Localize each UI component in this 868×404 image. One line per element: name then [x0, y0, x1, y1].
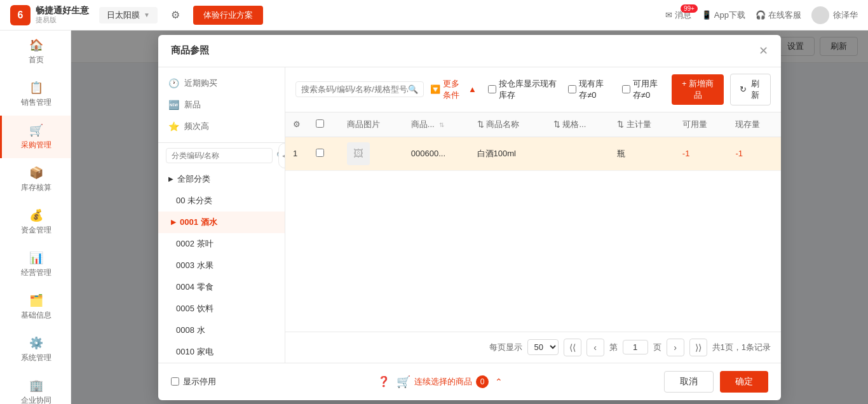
checkbox-current-label: 现有库存≠0 [579, 78, 612, 101]
per-page-label: 每页显示 [489, 342, 522, 353]
modal-footer: 显示停用 ❓ 🛒 连续选择的商品 0 ⌃ 取消 确定 [158, 363, 781, 400]
sidebar-label-inventory: 库存核算 [21, 182, 51, 193]
col-stock-header: 现存量 [728, 112, 781, 137]
checkbox-warehouse-stock[interactable]: 按仓库显示现有库存 [488, 78, 558, 101]
next-page-button[interactable]: › [667, 339, 684, 356]
sidebar-label-basic: 基础信息 [21, 310, 51, 321]
category-search-row: 🔍 [158, 143, 285, 168]
product-thumbnail: 🖼 [347, 142, 370, 165]
select-all-checkbox[interactable] [316, 119, 324, 128]
table-row[interactable]: 1 🖼 000600... 白酒100ml [285, 137, 781, 170]
page-number-input[interactable] [623, 340, 648, 354]
category-0008[interactable]: 0008 水 [158, 320, 285, 341]
sidebar-item-inventory[interactable]: 📦 库存核算 [0, 158, 71, 201]
checkbox-current-stock[interactable]: 现有库存≠0 [568, 78, 612, 101]
sales-icon: 📋 [29, 81, 43, 95]
new-products-item[interactable]: 🆕 新品 [158, 94, 285, 116]
per-page-select[interactable]: 50 [527, 339, 559, 355]
sidebar-item-home[interactable]: 🏠 首页 [0, 30, 71, 73]
add-product-button[interactable]: + 新增商品 [672, 74, 723, 105]
col-checkbox-header[interactable] [308, 112, 339, 137]
category-0005[interactable]: 0005 饮料 [158, 298, 285, 320]
modal-header: 商品参照 ✕ [158, 35, 781, 67]
main-layout: 🏠 首页 📋 销售管理 🛒 采购管理 📦 库存核算 💰 资金管理 📊 经营管理 … [0, 30, 868, 404]
category-search-input[interactable] [166, 148, 273, 163]
category-all[interactable]: ▶ 全部分类 [158, 168, 285, 190]
cart-button[interactable]: 🛒 连续选择的商品 0 [397, 375, 489, 389]
col-image-header: 商品图片 [339, 112, 403, 137]
col-code-header[interactable]: 商品... ⇅ [403, 112, 470, 137]
category-0002[interactable]: 0002 茶叶 [158, 233, 285, 255]
app-download-btn[interactable]: 📱 App下载 [702, 10, 745, 21]
trial-button[interactable]: 体验行业方案 [193, 6, 263, 25]
first-page-button[interactable]: ⟨⟨ [564, 339, 581, 356]
category-0001[interactable]: ▶ 0001 酒水 [158, 212, 285, 233]
checkbox-current-input[interactable] [568, 85, 576, 93]
user-menu[interactable]: 徐泽华 [811, 6, 858, 24]
category-0004[interactable]: 0004 零食 [158, 276, 285, 298]
category-00[interactable]: 00 未分类 [158, 190, 285, 212]
checkbox-group: 按仓库显示现有库存 现有库存≠0 可用库存≠0 [488, 78, 665, 101]
row-checkbox[interactable] [316, 149, 324, 157]
col-name-label: 商品名称 [486, 119, 519, 129]
cell-image: 🖼 [339, 137, 403, 170]
filter-more-btn[interactable]: 🔽 更多条件 ▲ [430, 78, 477, 101]
col-unit-sort-icon: ⇅ [617, 119, 624, 129]
top-nav: 6 畅捷通好生意 捷易版 日太阳膜 ▼ ⚙ 体验行业方案 ✉ 消息 99+ 📱 … [0, 0, 868, 30]
frequent-label: 频次高 [184, 121, 209, 132]
last-page-button[interactable]: ⟩⟩ [689, 339, 707, 356]
home-icon: 🏠 [29, 38, 43, 52]
checkbox-available-label: 可用库存≠0 [633, 78, 666, 101]
col-spec-sort-icon: ⇅ [553, 119, 560, 129]
checkbox-available-stock[interactable]: 可用库存≠0 [622, 78, 666, 101]
sidebar-item-purchase[interactable]: 🛒 采购管理 [0, 116, 71, 158]
logo-sub: 捷易版 [36, 15, 89, 25]
col-spec-label: 规格... [562, 119, 586, 129]
sidebar-item-system[interactable]: ⚙️ 系统管理 [0, 328, 71, 371]
checkbox-available-input[interactable] [622, 85, 630, 93]
refresh-button[interactable]: ↻ 刷新 [730, 74, 771, 105]
col-name-header[interactable]: ⇅ 商品名称 [470, 112, 546, 137]
modal-close-button[interactable]: ✕ [759, 44, 768, 58]
product-search-input[interactable] [301, 84, 408, 94]
cell-checkbox[interactable] [308, 137, 339, 170]
online-service-label: 在线客服 [768, 10, 801, 21]
product-search-box[interactable]: 🔍 [295, 81, 424, 97]
checkbox-warehouse-input[interactable] [488, 85, 496, 93]
category-0001-label: 0001 酒水 [180, 217, 217, 228]
cart-collapse-icon[interactable]: ⌃ [495, 377, 503, 387]
sidebar-item-business[interactable]: 📊 经营管理 [0, 243, 71, 286]
category-0004-label: 0004 零食 [176, 281, 214, 293]
sidebar-item-basic[interactable]: 🗂️ 基础信息 [0, 286, 71, 328]
help-icon[interactable]: ❓ [377, 375, 390, 387]
col-unit-header[interactable]: ⇅ 主计量 [609, 112, 675, 137]
col-spec-header[interactable]: ⇅ 规格... [546, 112, 609, 137]
store-selector[interactable]: 日太阳膜 ▼ [99, 7, 158, 24]
online-service-btn[interactable]: 🎧 在线客服 [756, 10, 801, 21]
panel-collapse-button[interactable]: ◀ [278, 143, 285, 168]
confirm-button[interactable]: 确定 [720, 371, 768, 393]
settings-icon[interactable]: ⚙ [165, 5, 186, 25]
show-disabled-input[interactable] [171, 377, 179, 386]
sidebar-item-sales[interactable]: 📋 销售管理 [0, 73, 71, 116]
category-0010-label: 0010 家电 [176, 346, 214, 358]
sidebar-item-finance[interactable]: 💰 资金管理 [0, 201, 71, 243]
cancel-button[interactable]: 取消 [664, 371, 714, 393]
show-disabled-checkbox[interactable]: 显示停用 [171, 376, 216, 387]
sidebar-item-enterprise[interactable]: 🏢 企业协同 [0, 371, 71, 404]
category-0003[interactable]: 0003 水果 [158, 255, 285, 276]
product-table: ⚙ 商品图片 商品... ⇅ [285, 112, 781, 171]
recent-purchases-item[interactable]: 🕐 近期购买 [158, 72, 285, 94]
cell-stock: -1 [728, 137, 781, 170]
show-disabled-label: 显示停用 [183, 376, 216, 387]
frequent-item[interactable]: ⭐ 频次高 [158, 116, 285, 137]
col-gear[interactable]: ⚙ [285, 112, 308, 137]
message-btn[interactable]: ✉ 消息 99+ [665, 10, 691, 21]
page-prefix-label: 第 [609, 342, 618, 353]
app-label: App下载 [714, 10, 745, 21]
filter-icon: 🔽 [430, 84, 440, 94]
avatar [811, 6, 829, 24]
prev-page-button[interactable]: ‹ [587, 339, 604, 356]
category-0010[interactable]: 0010 家电 [158, 341, 285, 363]
sidebar-label-purchase: 采购管理 [21, 140, 51, 151]
